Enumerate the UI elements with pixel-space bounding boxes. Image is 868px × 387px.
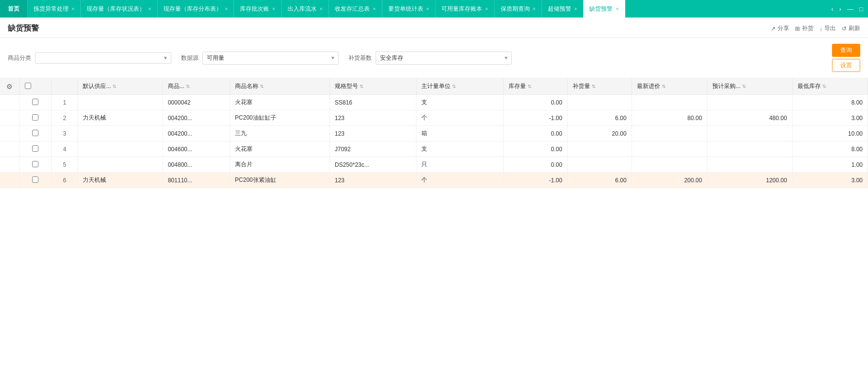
row-product-name: PC200张紧油缸	[230, 173, 329, 188]
row-checkbox-cell[interactable]	[19, 126, 52, 141]
close-icon[interactable]: ×	[533, 6, 536, 12]
th-latest-price[interactable]: 最新进价 ⇅	[632, 78, 707, 95]
nav-next-button[interactable]: ›	[836, 3, 844, 15]
row-product-code: 0000042	[163, 95, 230, 110]
row-checkbox[interactable]	[32, 114, 38, 121]
row-gear-cell	[0, 110, 19, 126]
row-gear-cell	[0, 157, 19, 173]
gear-icon[interactable]: ⚙	[6, 83, 13, 90]
close-icon[interactable]: ×	[373, 6, 376, 12]
th-product-code[interactable]: 商品... ⇅	[163, 78, 230, 95]
row-unit: 支	[416, 95, 504, 110]
row-checkbox[interactable]	[32, 99, 38, 105]
th-replenish[interactable]: 补货量 ⇅	[567, 78, 632, 95]
th-product-name[interactable]: 商品名称 ⇅	[230, 78, 329, 95]
th-gear[interactable]: ⚙	[0, 78, 19, 95]
settings-button[interactable]: 设置	[832, 59, 860, 72]
tab-5[interactable]: 出入库流水 ×	[282, 0, 329, 18]
row-est-purchase	[707, 126, 792, 141]
row-replenish	[567, 95, 632, 110]
tab-11-active[interactable]: 缺货预警 ×	[583, 0, 625, 18]
tab-8[interactable]: 可用量库存账本 ×	[435, 0, 494, 18]
refresh-button[interactable]: ↺ 刷新	[842, 24, 860, 33]
row-spec: 123	[330, 110, 416, 126]
export-button[interactable]: ↓ 导出	[819, 24, 836, 33]
tab-1[interactable]: 拣货异常处理 ×	[28, 0, 81, 18]
close-icon[interactable]: ×	[615, 6, 618, 12]
row-product-code: 004600...	[163, 141, 230, 157]
close-icon[interactable]: ×	[72, 6, 74, 12]
sort-icon: ⇅	[822, 84, 826, 89]
share-icon: ↗	[771, 25, 776, 32]
sort-icon: ⇅	[452, 84, 456, 89]
datasource-value: 可用量	[207, 54, 224, 62]
tab-4[interactable]: 库存批次账 ×	[234, 0, 281, 18]
th-spec[interactable]: 规格型号 ⇅	[330, 78, 416, 95]
nav-prev-button[interactable]: ‹	[828, 3, 836, 15]
row-index: 5	[52, 157, 78, 173]
close-icon[interactable]: ×	[272, 6, 275, 12]
datasource-filter: 数据源 可用量 ▾	[181, 52, 339, 65]
th-est-purchase[interactable]: 预计采购... ⇅	[707, 78, 792, 95]
category-select[interactable]: ▾	[35, 52, 171, 64]
chevron-down-icon: ▾	[331, 54, 334, 61]
maximize-button[interactable]: □	[856, 3, 866, 15]
close-icon[interactable]: ×	[320, 6, 323, 12]
row-est-purchase	[707, 95, 792, 110]
row-latest-price: 80.00	[632, 110, 707, 126]
sort-icon: ⇅	[186, 84, 190, 89]
tab-3[interactable]: 现存量（库存分布表） ×	[158, 0, 234, 18]
tab-6[interactable]: 收发存汇总表 ×	[329, 0, 382, 18]
share-button[interactable]: ↗ 分享	[771, 24, 789, 33]
table-header-row: ⚙ 默认供应... ⇅ 商品...	[0, 78, 868, 95]
row-checkbox[interactable]	[32, 176, 38, 183]
close-icon[interactable]: ×	[485, 6, 488, 12]
close-icon[interactable]: ×	[225, 6, 228, 12]
chevron-down-icon: ▾	[505, 54, 507, 61]
th-default-supplier[interactable]: 默认供应... ⇅	[78, 78, 163, 95]
row-replenish: 6.00	[567, 173, 632, 188]
row-checkbox-cell[interactable]	[19, 141, 52, 157]
tab-7[interactable]: 要货单统计表 ×	[382, 0, 435, 18]
datasource-select[interactable]: 可用量 ▾	[202, 52, 339, 65]
tab-9[interactable]: 保质期查询 ×	[495, 0, 542, 18]
row-index: 2	[52, 110, 78, 126]
select-all-checkbox[interactable]	[25, 83, 31, 89]
th-unit[interactable]: 主计量单位 ⇅	[416, 78, 504, 95]
chevron-down-icon: ▾	[164, 54, 167, 61]
row-gear-cell	[0, 126, 19, 141]
minimize-button[interactable]: —	[844, 3, 856, 15]
row-checkbox-cell[interactable]	[19, 95, 52, 110]
row-est-purchase: 480.00	[707, 110, 792, 126]
row-supplier	[78, 126, 163, 141]
row-latest-price	[632, 157, 707, 173]
table-row: 5 004800... 离合片 DS250*23c... 只 0.00 1.00	[0, 157, 868, 173]
query-button[interactable]: 查询	[832, 44, 860, 57]
th-min-stock[interactable]: 最低库存 ⇅	[792, 78, 868, 95]
tab-home[interactable]: 首页	[0, 0, 28, 18]
table-row: 2 力天机械 004200... PC200油缸缸子 123 个 -1.00 6…	[0, 110, 868, 126]
replenish-base-select[interactable]: 安全库存 ▾	[376, 52, 512, 65]
row-min-stock: 3.00	[792, 110, 868, 126]
close-icon[interactable]: ×	[574, 6, 577, 12]
row-checkbox-cell[interactable]	[19, 110, 52, 126]
row-min-stock: 8.00	[792, 141, 868, 157]
row-checkbox-cell[interactable]	[19, 157, 52, 173]
close-icon[interactable]: ×	[148, 6, 151, 12]
row-checkbox[interactable]	[32, 145, 38, 152]
filter-actions: 查询 设置	[832, 44, 860, 72]
tab-10[interactable]: 超储预警 ×	[542, 0, 583, 18]
close-icon[interactable]: ×	[426, 6, 429, 12]
th-checkbox	[19, 78, 52, 95]
row-gear-cell	[0, 95, 19, 110]
th-stock[interactable]: 库存量 ⇅	[503, 78, 567, 95]
row-min-stock: 3.00	[792, 173, 868, 188]
row-checkbox-cell[interactable]	[19, 173, 52, 188]
row-checkbox[interactable]	[32, 161, 38, 167]
row-index: 6	[52, 173, 78, 188]
tab-2[interactable]: 现存量（库存状况表） ×	[81, 0, 157, 18]
row-checkbox[interactable]	[32, 130, 38, 136]
row-product-name: 三九	[230, 126, 329, 141]
replenish-button[interactable]: ⊞ 补货	[795, 24, 814, 33]
row-unit: 只	[416, 157, 504, 173]
